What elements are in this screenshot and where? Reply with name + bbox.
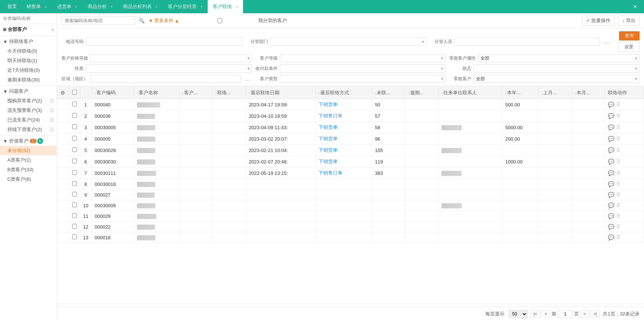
status-select[interactable] bbox=[474, 64, 640, 73]
gender-select[interactable] bbox=[86, 64, 252, 73]
nav-tab-product-analysis[interactable]: 商品分析 × bbox=[82, 0, 118, 13]
last-page-button[interactable]: >| bbox=[590, 310, 600, 318]
td-last-contact-method-1[interactable]: 下销售订单 bbox=[315, 110, 372, 122]
td-last-contact-method-8[interactable] bbox=[315, 190, 372, 200]
th-last-contact-method[interactable]: ⁝最后联络方式 bbox=[315, 87, 372, 99]
sidebar-item-today-pending[interactable]: 今天待联络(0) bbox=[0, 46, 57, 56]
dept-select[interactable] bbox=[270, 38, 427, 46]
more-action-icon-5[interactable]: ⠿ bbox=[616, 159, 620, 165]
contact-icon-6[interactable]: 💬 bbox=[608, 170, 614, 176]
sidebar-item-overdue-contact[interactable]: 逾期未联络(30) bbox=[0, 75, 57, 85]
more-action-icon-0[interactable]: ⠿ bbox=[616, 102, 620, 107]
td-checkbox-7[interactable] bbox=[69, 179, 80, 190]
contact-icon-11[interactable]: 💬 bbox=[608, 224, 614, 230]
th-no-contact[interactable]: ⁝未联... bbox=[372, 87, 405, 99]
td-checkbox-5[interactable] bbox=[69, 156, 80, 167]
sidebar-all-customers[interactable]: ⊞ 全部客户 « bbox=[0, 24, 57, 35]
td-last-contact-method-9[interactable] bbox=[315, 200, 372, 211]
first-page-button[interactable]: |< bbox=[531, 310, 540, 318]
more-action-icon-2[interactable]: ⠿ bbox=[616, 124, 620, 130]
th-name[interactable]: ⁝客户名称 bbox=[134, 87, 179, 99]
th-customer-info[interactable]: ⁝客户... bbox=[179, 87, 212, 99]
reset-button[interactable]: 设置 bbox=[618, 42, 640, 52]
search-button-main[interactable]: 查询 bbox=[619, 31, 640, 40]
next-page-button[interactable]: > bbox=[580, 310, 589, 318]
export-button[interactable]: ↓ 导出 bbox=[618, 15, 640, 26]
contact-icon-7[interactable]: 💬 bbox=[608, 181, 614, 187]
contact-icon-8[interactable]: 💬 bbox=[608, 192, 614, 198]
th-last-month[interactable]: ⁝上月... bbox=[538, 87, 571, 99]
more-action-icon-9[interactable]: ⠿ bbox=[616, 202, 620, 208]
th-last-contact-date[interactable]: ⁝最后联络日期 bbox=[246, 87, 315, 99]
more-conditions-button[interactable]: ▼ 更多条件 ▲ bbox=[148, 17, 179, 24]
sidebar-item-hoarding-anomaly[interactable]: 囤购异常客户(2) ⓘ bbox=[0, 96, 57, 106]
contact-icon-5[interactable]: 💬 bbox=[608, 159, 614, 165]
horizontal-scrollbar[interactable] bbox=[57, 304, 644, 307]
sidebar-item-class-b[interactable]: B类客户(33) bbox=[0, 165, 57, 174]
td-last-contact-method-11[interactable] bbox=[315, 222, 372, 232]
search-input[interactable] bbox=[61, 16, 135, 25]
td-last-contact-method-2[interactable]: 下销货单 bbox=[315, 122, 372, 133]
td-last-contact-method-12[interactable] bbox=[315, 232, 372, 243]
sidebar-item-unclassified[interactable]: 未分组(32) bbox=[0, 146, 57, 155]
td-checkbox-4[interactable] bbox=[69, 145, 80, 156]
td-checkbox-11[interactable] bbox=[69, 222, 80, 232]
th-overdue[interactable]: ⁝逾期... bbox=[405, 87, 438, 99]
sidebar-group-problem[interactable]: ▼ 问题客户 bbox=[0, 87, 57, 96]
customer-type-select[interactable] bbox=[280, 75, 446, 83]
more-action-icon-8[interactable]: ⠿ bbox=[616, 192, 620, 198]
contact-icon-3[interactable]: 💬 bbox=[608, 136, 614, 142]
window-close-button[interactable]: × bbox=[629, 1, 641, 13]
page-number-input[interactable] bbox=[558, 310, 573, 318]
nav-tab-sales[interactable]: 销售单 × bbox=[21, 0, 52, 13]
contact-icon-12[interactable]: 💬 bbox=[608, 234, 614, 240]
customer-level-select[interactable] bbox=[280, 54, 446, 62]
nav-home[interactable]: 首页 bbox=[3, 0, 21, 13]
nav-tab-customer-segment[interactable]: 客户分层经营 × bbox=[163, 0, 208, 13]
person-input[interactable] bbox=[454, 38, 600, 46]
td-checkbox-10[interactable] bbox=[69, 211, 80, 222]
more-action-icon-6[interactable]: ⠿ bbox=[616, 170, 620, 176]
close-customer-segment-tab[interactable]: × bbox=[200, 4, 203, 9]
sidebar-item-churn-warning[interactable]: 流失预警客户(3) ⓘ bbox=[0, 106, 57, 115]
td-last-contact-method-0[interactable]: 下销货单 bbox=[315, 99, 372, 110]
more-action-icon-1[interactable]: ⠿ bbox=[616, 113, 620, 119]
price-level-select[interactable] bbox=[90, 54, 252, 62]
phone-input[interactable] bbox=[86, 38, 242, 46]
td-last-contact-method-7[interactable] bbox=[315, 179, 372, 190]
td-last-contact-method-6[interactable]: 下销售订单 bbox=[315, 167, 372, 179]
more-action-icon-3[interactable]: ⠿ bbox=[616, 136, 620, 142]
sidebar-group-value[interactable]: ▼ 价值客户 C ↻ bbox=[0, 136, 57, 146]
td-checkbox-9[interactable] bbox=[69, 200, 80, 211]
close-product-analysis-tab[interactable]: × bbox=[110, 4, 113, 9]
contact-icon-0[interactable]: 💬 bbox=[608, 102, 614, 107]
settings-icon[interactable]: ⚙ bbox=[60, 90, 65, 96]
prev-page-button[interactable]: < bbox=[542, 310, 550, 318]
td-checkbox-6[interactable] bbox=[69, 167, 80, 179]
sidebar-item-7days-pending[interactable]: 近7天待联络(0) bbox=[0, 66, 57, 75]
nav-tab-product-analysis-list[interactable]: 商品分析列表 × bbox=[118, 0, 163, 13]
more-action-icon-11[interactable]: ⠿ bbox=[616, 224, 620, 230]
close-product-analysis-list-tab[interactable]: × bbox=[155, 4, 158, 9]
select-all-checkbox[interactable] bbox=[72, 90, 77, 95]
retail-attr-select[interactable]: 全部 bbox=[478, 54, 640, 62]
my-customers-check[interactable] bbox=[183, 18, 257, 23]
td-last-contact-method-4[interactable]: 下销货单 bbox=[315, 145, 372, 156]
nav-tab-purchase[interactable]: 进货单 × bbox=[52, 0, 82, 13]
th-contact[interactable]: ⁝联络... bbox=[212, 87, 246, 99]
td-checkbox-0[interactable] bbox=[69, 99, 80, 110]
page-size-select[interactable]: 50 20 100 200 bbox=[509, 310, 528, 318]
th-this-month[interactable]: ⁝本月... bbox=[571, 87, 605, 99]
th-code[interactable]: ⁝客户编码 bbox=[91, 87, 134, 99]
batch-operation-button[interactable]: ✓ 批量操作 bbox=[582, 15, 615, 26]
td-checkbox-2[interactable] bbox=[69, 122, 80, 133]
td-checkbox-3[interactable] bbox=[69, 133, 80, 145]
nav-tab-customer-contact[interactable]: 客户联络 × bbox=[208, 0, 243, 13]
contact-icon-9[interactable]: 💬 bbox=[608, 202, 614, 208]
td-checkbox-12[interactable] bbox=[69, 232, 80, 243]
sidebar-item-class-a[interactable]: A类客户(1) bbox=[0, 155, 57, 165]
region-more-icon[interactable]: … bbox=[243, 75, 252, 82]
contact-icon-1[interactable]: 💬 bbox=[608, 113, 614, 119]
td-last-contact-method-5[interactable]: 下销货单 bbox=[315, 156, 372, 167]
retail-customer-select[interactable]: 全部 bbox=[474, 75, 640, 83]
